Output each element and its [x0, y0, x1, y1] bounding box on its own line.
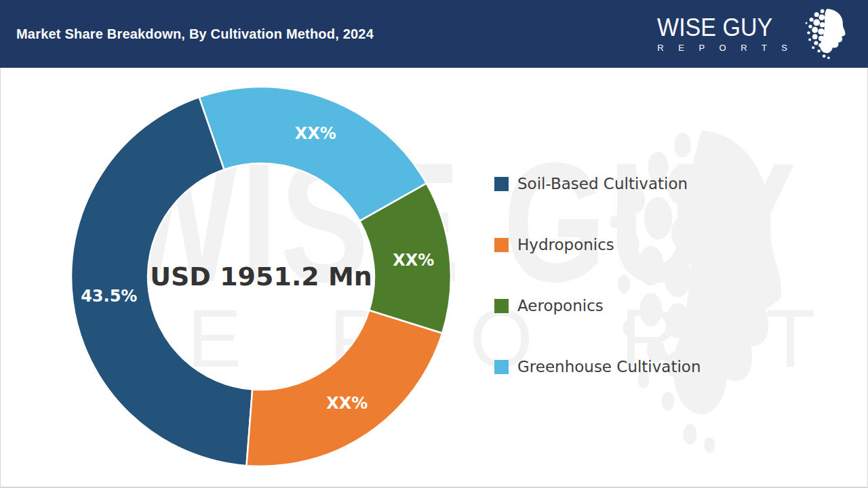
donut-segment: [247, 310, 443, 466]
legend-label: Aeroponics: [517, 297, 604, 314]
legend: Soil-Based Cultivation Hydroponics Aerop…: [494, 175, 701, 375]
legend-item: Greenhouse Cultivation: [494, 358, 701, 375]
segment-label: 43.5%: [81, 287, 137, 306]
legend-label: Greenhouse Cultivation: [517, 358, 701, 375]
legend-label: Soil-Based Cultivation: [517, 175, 688, 192]
wiseguy-logo: WISE GUY R E P O R T S: [657, 4, 853, 64]
donut-segment: [199, 87, 427, 221]
legend-swatch: [494, 177, 509, 191]
legend-item: Soil-Based Cultivation: [494, 175, 701, 192]
logo-reports-text: R E P O R T S: [657, 43, 793, 53]
segment-label: XX%: [295, 124, 336, 143]
page-title: Market Share Breakdown, By Cultivation M…: [16, 26, 374, 42]
header-bar: Market Share Breakdown, By Cultivation M…: [0, 0, 868, 68]
segment-label: XX%: [393, 251, 434, 270]
legend-item: Hydroponics: [494, 236, 701, 253]
logo-wordmark: WISE GUY: [657, 15, 772, 40]
legend-label: Hydroponics: [517, 236, 614, 253]
segment-label: XX%: [326, 394, 368, 413]
legend-swatch: [494, 360, 509, 374]
legend-swatch: [494, 299, 509, 313]
wiseguy-face-icon: [796, 4, 853, 64]
center-value: USD 1951.2 Mn: [150, 262, 372, 291]
content-area: WISE GUY E P O R T S 43.5%XX%XX%XX% USD …: [0, 68, 868, 488]
legend-item: Aeroponics: [494, 297, 701, 314]
legend-swatch: [494, 238, 509, 252]
